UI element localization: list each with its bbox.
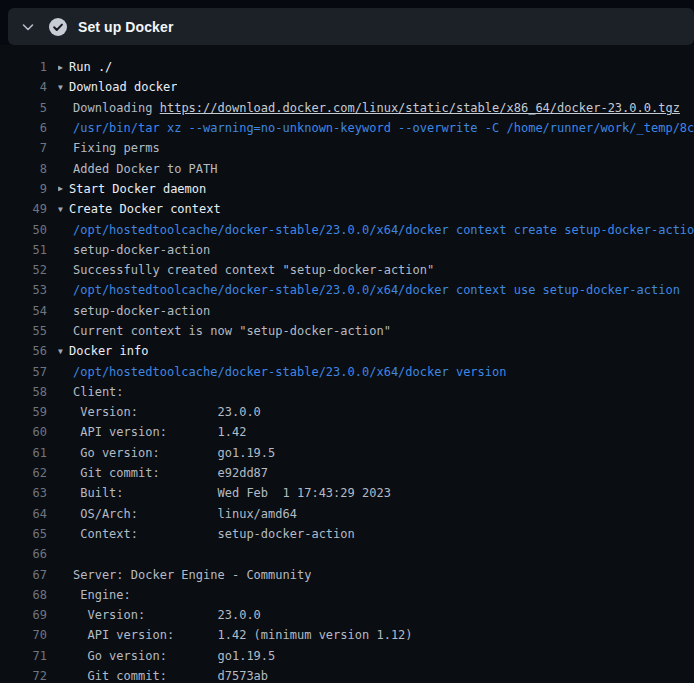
log-line: 57/opt/hostedtoolcache/docker-stable/23.… [0,361,694,381]
log-text: Engine: [73,588,131,602]
log-line: 4▼Download docker [0,77,694,97]
triangle-down-icon[interactable]: ▼ [58,347,69,356]
log-line: 66 [0,544,694,564]
line-number[interactable]: 63 [0,486,47,500]
log-line: 67Server: Docker Engine - Community [0,564,694,584]
log-text: setup-docker-action [73,304,210,318]
log-group-title[interactable]: ▼Download docker [58,80,177,94]
log-text: Go version: go1.19.5 [73,446,275,460]
log-line: 59 Version: 23.0.0 [0,402,694,422]
log-text: Server: Docker Engine - Community [73,568,311,582]
line-number[interactable]: 62 [0,466,47,480]
log-text: /opt/hostedtoolcache/docker-stable/23.0.… [73,283,680,297]
line-number[interactable]: 57 [0,365,47,379]
log-line: 56▼Docker info [0,341,694,361]
log-line: 51setup-docker-action [0,240,694,260]
line-number[interactable]: 60 [0,425,47,439]
log-line: 63 Built: Wed Feb 1 17:43:29 2023 [0,483,694,503]
triangle-down-icon[interactable]: ▼ [58,83,69,92]
line-number[interactable]: 7 [0,141,47,155]
line-number[interactable]: 55 [0,324,47,338]
log-text: /opt/hostedtoolcache/docker-stable/23.0.… [73,365,506,379]
line-number[interactable]: 6 [0,121,47,135]
log-text: API version: 1.42 (minimum version 1.12) [73,628,413,642]
chevron-down-icon[interactable] [16,15,40,39]
step-header[interactable]: Set up Docker [8,8,694,45]
log-line: 7Fixing perms [0,138,694,158]
log-group-title[interactable]: ▼Docker info [58,344,148,358]
line-number[interactable]: 66 [0,547,47,561]
log-text: /opt/hostedtoolcache/docker-stable/23.0.… [73,223,694,237]
log-group-title[interactable]: ▼Create Docker context [58,202,221,216]
log-group-title[interactable]: ▶Run ./ [58,60,112,74]
line-number[interactable]: 58 [0,385,47,399]
step-title: Set up Docker [78,19,173,35]
line-number[interactable]: 67 [0,568,47,582]
log-line: 61 Go version: go1.19.5 [0,443,694,463]
line-number[interactable]: 71 [0,649,47,663]
log-text: setup-docker-action [73,243,210,257]
log-line: 6/usr/bin/tar xz --warning=no-unknown-ke… [0,118,694,138]
group-title-text: Docker info [69,344,148,358]
check-circle-icon [49,18,67,36]
log-text: Git commit: e92dd87 [73,466,268,480]
log-line: 1▶Run ./ [0,57,694,77]
line-number[interactable]: 8 [0,162,47,176]
line-number[interactable]: 64 [0,507,47,521]
log-group-title[interactable]: ▶Start Docker daemon [58,182,206,196]
log-line: 60 API version: 1.42 [0,422,694,442]
line-number[interactable]: 70 [0,628,47,642]
log-text: Built: Wed Feb 1 17:43:29 2023 [73,486,391,500]
line-number[interactable]: 72 [0,669,47,683]
log-link[interactable]: https://download.docker.com/linux/static… [160,101,680,115]
triangle-right-icon[interactable]: ▶ [58,184,69,193]
log-text-prefix: Downloading [73,101,160,115]
line-number[interactable]: 51 [0,243,47,257]
line-number[interactable]: 50 [0,223,47,237]
log-text: Version: 23.0.0 [73,608,261,622]
log-text: OS/Arch: linux/amd64 [73,507,297,521]
log-text: Context: setup-docker-action [73,527,355,541]
line-number[interactable]: 4 [0,80,47,94]
log-line: 53/opt/hostedtoolcache/docker-stable/23.… [0,280,694,300]
log-line: 49▼Create Docker context [0,199,694,219]
log-text: Downloading https://download.docker.com/… [73,101,680,115]
log-text: Successfully created context "setup-dock… [73,263,434,277]
log-line: 69 Version: 23.0.0 [0,605,694,625]
log-line: 50/opt/hostedtoolcache/docker-stable/23.… [0,219,694,239]
line-number[interactable]: 56 [0,344,47,358]
line-number[interactable]: 54 [0,304,47,318]
log-line: 8Added Docker to PATH [0,158,694,178]
log-line: 70 API version: 1.42 (minimum version 1.… [0,625,694,645]
line-number[interactable]: 68 [0,588,47,602]
log-line: 64 OS/Arch: linux/amd64 [0,504,694,524]
line-number[interactable]: 69 [0,608,47,622]
line-number[interactable]: 59 [0,405,47,419]
line-number[interactable]: 1 [0,60,47,74]
log-line: 5Downloading https://download.docker.com… [0,98,694,118]
log-line: 54setup-docker-action [0,301,694,321]
log-line: 68 Engine: [0,585,694,605]
line-number[interactable]: 65 [0,527,47,541]
line-number[interactable]: 9 [0,182,47,196]
group-title-text: Start Docker daemon [69,182,206,196]
line-number[interactable]: 5 [0,101,47,115]
line-number[interactable]: 49 [0,202,47,216]
log-line: 55Current context is now "setup-docker-a… [0,321,694,341]
log-text: Go version: go1.19.5 [73,649,275,663]
log-line: 72 Git commit: d7573ab [0,666,694,683]
triangle-right-icon[interactable]: ▶ [58,63,69,72]
triangle-down-icon[interactable]: ▼ [58,205,69,214]
log-line: 58Client: [0,382,694,402]
group-title-text: Create Docker context [69,202,221,216]
group-title-text: Download docker [69,80,177,94]
log-text: Client: [73,385,124,399]
log-line: 52Successfully created context "setup-do… [0,260,694,280]
log-line: 9▶Start Docker daemon [0,179,694,199]
line-number[interactable]: 61 [0,446,47,460]
line-number[interactable]: 52 [0,263,47,277]
log-text: API version: 1.42 [73,425,246,439]
group-title-text: Run ./ [69,60,112,74]
log-text: Git commit: d7573ab [73,669,268,683]
line-number[interactable]: 53 [0,283,47,297]
